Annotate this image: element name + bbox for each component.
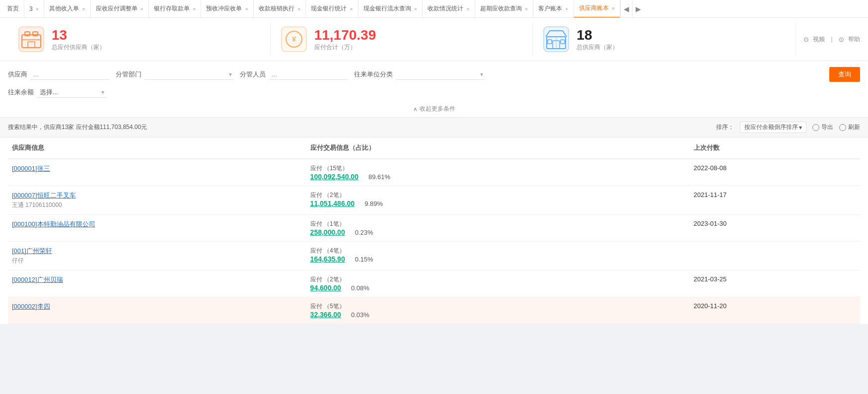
nav-prev-arrow[interactable]: ◀ — [620, 0, 632, 18]
supplier-info-cell: [001]广州荣轩仔仔 — [8, 242, 306, 270]
amount-value[interactable]: 258,000.00 — [310, 228, 345, 236]
tab-3[interactable]: 3 × — [24, 0, 44, 18]
amount-value[interactable]: 94,600.00 — [310, 284, 341, 292]
table-row: [000002]李四应付 （5笔）32,366.000.03%2020-11-2… — [8, 297, 860, 324]
unit-class-filter: 往来单位分类 ▾ — [354, 69, 485, 80]
amount-value[interactable]: 11,051,486.00 — [310, 199, 355, 207]
unit-class-filter-wrap: ▾ — [396, 69, 485, 80]
refresh-label: 刷新 — [848, 123, 860, 131]
amount-percent: 89.61% — [368, 173, 390, 181]
close-tab-customer-ledger[interactable]: × — [565, 6, 568, 12]
transaction-info-cell: 应付 （4笔）164,635.900.15% — [306, 242, 690, 270]
tab-supplier-ledger[interactable]: 供应商账本 × — [574, 0, 620, 18]
export-label: 导出 — [821, 123, 833, 131]
video-link[interactable]: 视频 — [813, 35, 825, 44]
tx-type-label: 应付 （2笔） — [310, 275, 686, 284]
separator: ｜ — [829, 35, 835, 44]
amount-percent: 0.03% — [351, 311, 369, 319]
amount-value[interactable]: 100,092,540.00 — [310, 173, 359, 181]
collapse-button[interactable]: ∧ 收起更多条件 — [8, 103, 860, 113]
supplier-info-cell: [000007]恒旺二手叉车王通 17106110000 — [8, 186, 306, 215]
person-filter-label: 分管人员 — [240, 70, 266, 79]
person-filter-input[interactable] — [269, 69, 348, 80]
close-tab-cash-bank-flow[interactable]: × — [414, 6, 417, 12]
balance-filter: 往来余额 选择... ▾ — [8, 87, 106, 98]
close-tab-other-income[interactable]: × — [82, 6, 85, 12]
sort-label: 排序： — [716, 123, 734, 131]
tx-type-label: 应付 （4笔） — [310, 247, 686, 255]
table-row: [001]广州荣轩仔仔应付 （4笔）164,635.900.15% — [8, 242, 860, 270]
tab-prepay-offset[interactable]: 预收冲应收单 × — [201, 0, 253, 18]
supplier-filter-input[interactable] — [30, 69, 110, 80]
close-tab-prepay-offset[interactable]: × — [245, 6, 248, 12]
supplier-link[interactable]: [000007]恒旺二手叉车 — [12, 192, 76, 199]
tab-other-income[interactable]: 其他收入单 × — [44, 0, 90, 18]
tab-cash-bank-stat[interactable]: 现金银行统计 × — [306, 0, 358, 18]
close-tab-3[interactable]: × — [36, 6, 39, 12]
tab-cash-bank-flow[interactable]: 现金银行流水查询 × — [359, 0, 423, 18]
last-payment-cell: 2021-03-25 — [690, 270, 860, 297]
supplier-link[interactable]: [000001]张三 — [12, 165, 50, 172]
dept-filter-select[interactable] — [145, 69, 234, 80]
dept-filter-wrap: ▾ — [145, 69, 234, 80]
amount-percent: 0.23% — [355, 229, 373, 236]
dept-filter: 分管部门 ▾ — [116, 69, 234, 80]
circle-icon: ⊙ — [803, 36, 809, 43]
close-tab-collection-stat[interactable]: × — [466, 6, 469, 12]
result-summary-text: 搜索结果中，供应商13家 应付金额111,703,854.00元 — [8, 123, 147, 131]
supplier-icon — [18, 26, 45, 53]
refresh-icon — [839, 124, 846, 131]
supplier-info-cell: [000002]李四 — [8, 297, 306, 324]
unit-class-filter-label: 往来单位分类 — [354, 70, 393, 79]
supplier-link[interactable]: [000002]李四 — [12, 303, 50, 310]
close-tab-ar-ap-adjust[interactable]: × — [141, 6, 144, 12]
tab-home[interactable]: 首页 — [2, 0, 24, 18]
suppliers-table: 供应商信息 应付交易信息（占比） 上次付数 [000001]张三应付 （15笔）… — [8, 137, 860, 324]
close-tab-collection-exec[interactable]: × — [297, 6, 300, 12]
total-suppliers-label: 总供应商（家） — [577, 43, 618, 52]
amount-percent: 0.15% — [355, 256, 373, 263]
table-row: [000007]恒旺二手叉车王通 17106110000应付 （2笔）11,05… — [8, 186, 860, 215]
col-header-transaction-info: 应付交易信息（占比） — [306, 137, 690, 159]
balance-filter-select[interactable]: 选择... — [37, 87, 106, 98]
tab-customer-ledger[interactable]: 客户账本 × — [533, 0, 574, 18]
data-table-wrapper: 供应商信息 应付交易信息（占比） 上次付数 [000001]张三应付 （15笔）… — [0, 137, 868, 324]
last-payment-cell: 2022-08-08 — [690, 159, 860, 186]
supplier-link[interactable]: [001]广州荣轩 — [12, 247, 52, 255]
balance-filter-label: 往来余额 — [8, 88, 34, 97]
dept-filter-label: 分管部门 — [116, 70, 142, 79]
last-payment-date: 2022-08-08 — [694, 164, 727, 172]
help-link[interactable]: 帮助 — [848, 35, 860, 44]
transaction-info-cell: 应付 （5笔）32,366.000.03% — [306, 297, 690, 324]
summary-card-total-suppliers: 18 总供应商（家） — [533, 23, 796, 56]
close-tab-supplier-ledger[interactable]: × — [612, 5, 615, 11]
tab-bank-deposit[interactable]: 银行存取款单 × — [149, 0, 201, 18]
supplier-sub-info: 仔仔 — [12, 257, 302, 265]
refresh-button[interactable]: 刷新 — [839, 123, 860, 131]
last-payment-date: 2021-11-17 — [694, 191, 727, 198]
close-tab-overdue-ar[interactable]: × — [525, 6, 528, 12]
payable-icon: ¥ — [281, 26, 307, 53]
export-button[interactable]: 导出 — [812, 123, 833, 131]
close-tab-cash-bank-stat[interactable]: × — [350, 6, 353, 12]
tab-ar-ap-adjust[interactable]: 应收应付调整单 × — [91, 0, 149, 18]
supplier-link[interactable]: [000012]广州贝瑞 — [12, 276, 63, 283]
sort-button[interactable]: 按应付余额倒序排序 ▾ — [740, 122, 806, 133]
supplier-link[interactable]: [000100]本特勤油品有限公司 — [12, 220, 95, 228]
unit-class-filter-select[interactable] — [396, 69, 485, 80]
amount-value[interactable]: 32,366.00 — [310, 311, 341, 319]
close-tab-bank-deposit[interactable]: × — [193, 6, 196, 12]
filter-row-2: 往来余额 选择... ▾ — [8, 87, 860, 98]
filter-row-1: 供应商 分管部门 ▾ 分管人员 往来单位分类 ▾ — [8, 67, 860, 82]
tab-overdue-ar[interactable]: 超期应收款查询 × — [475, 0, 533, 18]
supplier-sub-info: 王通 17106110000 — [12, 201, 302, 209]
table-row: [000001]张三应付 （15笔）100,092,540.0089.61%20… — [8, 159, 860, 186]
table-row: [000100]本特勤油品有限公司应付 （1笔）258,000.000.23%2… — [8, 215, 860, 242]
nav-next-arrow[interactable]: ▶ — [632, 0, 644, 18]
tab-collection-stat[interactable]: 收款情况统计 × — [423, 0, 475, 18]
query-button[interactable]: 查询 — [829, 67, 860, 82]
tab-collection-exec[interactable]: 收款核销执行 × — [254, 0, 306, 18]
amount-value[interactable]: 164,635.90 — [310, 255, 345, 263]
supplier-info-cell: [000012]广州贝瑞 — [8, 270, 306, 297]
person-filter: 分管人员 — [240, 69, 348, 80]
